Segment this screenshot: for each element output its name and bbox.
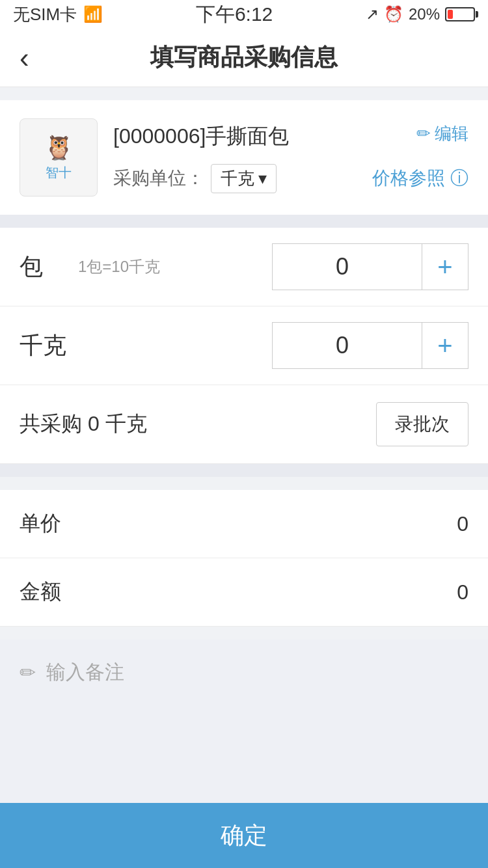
total-prefix: 共采购 [20, 412, 82, 435]
total-unit: 千克 [105, 412, 147, 435]
bag-input-row: 包 1包=10千克 + [0, 228, 488, 306]
pencil-icon: ✏ [20, 661, 36, 684]
amount-value: 0 [457, 580, 468, 604]
price-ref-label: 价格参照 [372, 166, 445, 191]
product-bottom-row: 采购单位： 千克 ▾ 价格参照 ⓘ [113, 164, 468, 193]
kg-label: 千克 [20, 330, 72, 362]
total-row: 共采购 0 千克 录批次 [0, 385, 488, 464]
battery-percent: 20% [409, 5, 440, 23]
unit-selector[interactable]: 千克 ▾ [211, 164, 277, 193]
bag-label: 包 [20, 251, 72, 283]
chevron-down-icon: ▾ [258, 169, 267, 189]
purchase-unit-label: 采购单位： [113, 166, 204, 191]
edit-icon: ✏ [416, 124, 431, 144]
kg-input-control: + [272, 322, 468, 369]
bag-input-control: + [272, 243, 468, 290]
amount-label: 金额 [20, 578, 61, 606]
price-section: 单价 0 金额 0 [0, 490, 488, 627]
edit-label: 编辑 [435, 122, 468, 145]
unit-value: 千克 [221, 167, 254, 190]
back-button[interactable]: ‹ [20, 44, 29, 72]
record-batch-button[interactable]: 录批次 [376, 402, 468, 446]
status-right: ↗ ⏰ 20% [366, 5, 475, 23]
remark-placeholder: 输入备注 [46, 659, 124, 686]
battery-fill [448, 10, 453, 19]
battery-indicator [445, 7, 475, 21]
product-logo-icon: 🦉 [44, 134, 74, 161]
edit-button[interactable]: ✏ 编辑 [416, 122, 468, 145]
product-top-row: [0000006]手撕面包 ✏ 编辑 [113, 122, 468, 151]
location-icon: ↗ [366, 5, 379, 23]
product-card: 🦉 智十 [0000006]手撕面包 ✏ 编辑 采购单位： 千克 ▾ [0, 100, 488, 215]
kg-plus-button[interactable]: + [422, 322, 468, 369]
kg-input-row: 千克 + [0, 306, 488, 385]
product-logo-text: 智十 [46, 164, 72, 182]
carrier-label: 无SIM卡 [13, 3, 77, 26]
total-value: 0 [88, 412, 100, 435]
section-divider-2 [0, 464, 488, 477]
bag-plus-button[interactable]: + [422, 243, 468, 290]
unit-price-value: 0 [457, 512, 468, 536]
nav-bar: ‹ 填写商品采购信息 [0, 29, 488, 87]
amount-row: 金额 0 [0, 558, 488, 627]
bag-quantity-input[interactable] [272, 243, 422, 290]
unit-price-label: 单价 [20, 509, 61, 538]
product-info: [0000006]手撕面包 ✏ 编辑 采购单位： 千克 ▾ 价格参照 ⓘ [113, 122, 468, 193]
price-ref-button[interactable]: 价格参照 ⓘ [372, 166, 468, 191]
confirm-label: 确定 [221, 820, 267, 852]
status-time: 下午6:12 [196, 1, 273, 28]
remark-section[interactable]: ✏ 输入备注 [0, 640, 488, 705]
product-image: 🦉 智十 [20, 118, 98, 197]
confirm-button[interactable]: 确定 [0, 803, 488, 868]
unit-price-row: 单价 0 [0, 490, 488, 558]
total-label: 共采购 0 千克 [20, 410, 147, 439]
status-bar: 无SIM卡 📶 下午6:12 ↗ ⏰ 20% [0, 0, 488, 29]
section-divider-1 [0, 215, 488, 228]
wifi-icon: 📶 [83, 5, 103, 23]
help-icon: ⓘ [450, 166, 468, 191]
bag-sublabel: 1包=10千克 [78, 256, 272, 277]
quantity-input-section: 包 1包=10千克 + 千克 + [0, 228, 488, 385]
product-name: [0000006]手撕面包 [113, 122, 289, 151]
page-title: 填写商品采购信息 [150, 42, 338, 74]
status-left: 无SIM卡 📶 [13, 3, 103, 26]
purchase-unit: 采购单位： 千克 ▾ [113, 164, 277, 193]
alarm-icon: ⏰ [384, 5, 403, 23]
kg-quantity-input[interactable] [272, 322, 422, 369]
